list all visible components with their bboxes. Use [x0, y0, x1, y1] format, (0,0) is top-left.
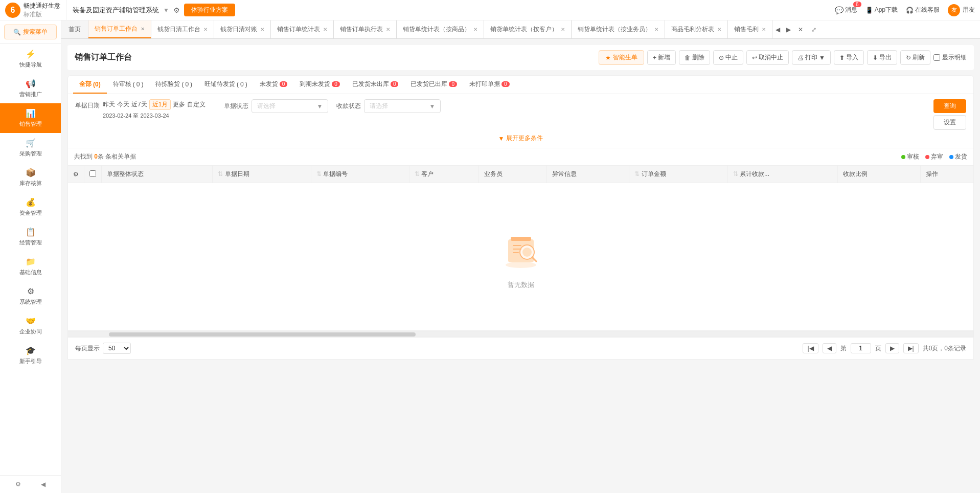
- filter-tab-pending-review[interactable]: 待审核(0): [107, 76, 150, 94]
- sidebar-item-newbie[interactable]: 🎓 新手引导: [0, 341, 61, 370]
- tab-goods-margin[interactable]: 商品毛利分析表 ✕: [665, 20, 728, 38]
- delete-button[interactable]: 🗑 删除: [679, 50, 710, 65]
- user-area[interactable]: 友 用友: [948, 4, 975, 16]
- sidebar-item-sales[interactable]: 📊 销售管理: [0, 103, 61, 133]
- tab-sales-workbench[interactable]: 销售订单工作台 ✕: [88, 20, 151, 38]
- col-checkbox[interactable]: [84, 166, 102, 183]
- tab-stats-product[interactable]: 销货单统计表（按商品） ✕: [397, 20, 484, 38]
- tab-sales-profit[interactable]: 销售毛利 ✕: [728, 20, 772, 38]
- filter-tab-pending-inspect[interactable]: 待拣验货(0): [149, 76, 198, 94]
- sidebar-search[interactable]: 🔍 搜索菜单: [0, 20, 61, 44]
- sidebar-item-inventory[interactable]: 📦 库存核算: [0, 163, 61, 192]
- stop-button[interactable]: ⊙ 中止: [713, 50, 743, 65]
- filter-tab-shipped-not-in[interactable]: 已发货未出库 0: [346, 76, 405, 94]
- import-button[interactable]: ⬆ 导入: [834, 50, 864, 65]
- settings-filter-button[interactable]: 设置: [933, 115, 966, 130]
- tab-close-icon[interactable]: ✕: [654, 27, 658, 32]
- date-opt-today[interactable]: 今天: [117, 100, 129, 109]
- sidebar-item-quicknav[interactable]: ⚡ 快捷导航: [0, 44, 61, 74]
- approve-action[interactable]: 审核: [901, 152, 919, 161]
- settings-bottom-icon[interactable]: ⚙: [15, 481, 21, 488]
- page-last-btn[interactable]: ▶|: [903, 343, 919, 353]
- tab-nav-next[interactable]: ▶: [783, 20, 794, 38]
- tab-close-icon[interactable]: ✕: [473, 27, 477, 32]
- page-next-btn[interactable]: ▶: [885, 343, 899, 353]
- tab-close-icon[interactable]: ✕: [141, 26, 145, 32]
- tab-stats-staff[interactable]: 销货单统计表（按业务员） ✕: [572, 20, 665, 38]
- show-detail-checkbox-label[interactable]: 显示明细: [933, 53, 967, 62]
- page-first-btn[interactable]: |◀: [803, 343, 818, 353]
- cancel-stop-button[interactable]: ↩ 取消中止: [746, 50, 789, 65]
- query-button[interactable]: 查询: [933, 99, 966, 113]
- date-opt-7days[interactable]: 近7天: [131, 100, 147, 109]
- col-amount[interactable]: ⇅ 订单金额: [629, 166, 727, 183]
- export-button[interactable]: ⬇ 导出: [867, 50, 897, 65]
- message-area[interactable]: 💬 6 消息: [835, 6, 857, 14]
- collapse-icon[interactable]: ◀: [41, 481, 45, 488]
- tab-close-icon[interactable]: ✕: [561, 27, 565, 32]
- col-settings[interactable]: ⚙: [68, 166, 84, 183]
- filter-tab-shipped-out[interactable]: 已发货已出库 0: [404, 76, 463, 94]
- sidebar-item-purchase[interactable]: 🛒 采购管理: [0, 133, 61, 163]
- reject-action[interactable]: 弃审: [925, 152, 943, 161]
- col-collected[interactable]: ⇅ 累计收款...: [727, 166, 838, 183]
- smart-generate-button[interactable]: ★ 智能生单: [599, 50, 644, 65]
- tab-sales-exec[interactable]: 销售订单执行表 ✕: [334, 20, 397, 38]
- date-opt-yesterday[interactable]: 昨天: [103, 100, 115, 109]
- sidebar-item-finance[interactable]: 💰 资金管理: [0, 192, 61, 222]
- print-button[interactable]: 🖨 打印 ▼: [792, 50, 831, 65]
- trial-button[interactable]: 体验行业方案: [184, 4, 235, 16]
- filter-tab-not-shipped[interactable]: 未发货 0: [254, 76, 294, 94]
- tab-close-icon[interactable]: ✕: [762, 27, 766, 32]
- payment-select[interactable]: 请选择 ▼: [364, 99, 441, 113]
- tab-cash-daily[interactable]: 钱货日清工作台 ✕: [151, 20, 214, 38]
- col-status[interactable]: 单据整体状态: [102, 166, 213, 183]
- refresh-button[interactable]: ↻ 刷新: [900, 50, 930, 65]
- add-button[interactable]: + 新增: [647, 50, 676, 65]
- tab-nav-prev[interactable]: ◀: [772, 20, 783, 38]
- search-menu-button[interactable]: 🔍 搜索菜单: [4, 25, 57, 39]
- show-detail-checkbox[interactable]: [933, 54, 940, 61]
- col-customer[interactable]: ⇅ 客户: [409, 166, 478, 183]
- filter-tab-not-printed[interactable]: 未打印单据 0: [463, 76, 516, 94]
- expand-filter[interactable]: ▼ 展开更多条件: [75, 134, 966, 143]
- gear-icon[interactable]: ⚙: [173, 6, 180, 14]
- col-date[interactable]: ⇅ 单据日期: [213, 166, 311, 183]
- date-opt-more[interactable]: 更多: [173, 100, 185, 109]
- sidebar-item-marketing[interactable]: 📢 营销推广: [0, 74, 61, 103]
- tab-close-icon[interactable]: ✕: [323, 27, 327, 32]
- tab-close-icon[interactable]: ✕: [386, 27, 390, 32]
- select-all-checkbox[interactable]: [89, 170, 96, 177]
- ship-action[interactable]: 发货: [949, 152, 967, 161]
- tab-maximize[interactable]: ⤢: [807, 20, 821, 38]
- app-download[interactable]: 📱 App下载: [865, 6, 898, 14]
- sidebar-item-basic[interactable]: 📁 基础信息: [0, 252, 61, 281]
- sidebar-item-enterprise[interactable]: 🤝 企业协同: [0, 311, 61, 341]
- sidebar-item-operations[interactable]: 📋 经营管理: [0, 222, 61, 252]
- page-size-select[interactable]: 10 20 50 100: [103, 343, 131, 354]
- online-service[interactable]: 🎧 在线客服: [906, 6, 940, 14]
- horizontal-scrollbar[interactable]: [67, 331, 974, 337]
- date-opt-1month[interactable]: 近1月: [149, 99, 171, 110]
- page-prev-btn[interactable]: ◀: [823, 343, 836, 353]
- tab-sales-stats[interactable]: 销售订单统计表 ✕: [271, 20, 334, 38]
- col-exception[interactable]: 异常信息: [547, 166, 629, 183]
- filter-tab-wangpu[interactable]: 旺铺待发货(0): [198, 76, 254, 94]
- status-select[interactable]: 请选择 ▼: [252, 99, 328, 113]
- tab-close-icon[interactable]: ✕: [717, 27, 721, 32]
- tab-home[interactable]: 首页: [61, 20, 88, 38]
- col-ratio[interactable]: 收款比例: [838, 166, 920, 183]
- filter-tab-all[interactable]: 全部 (0): [73, 76, 107, 94]
- col-number[interactable]: ⇅ 单据编号: [311, 166, 409, 183]
- col-staff[interactable]: 业务员: [479, 166, 547, 183]
- title-dropdown-icon[interactable]: ▼: [163, 7, 169, 14]
- page-number-input[interactable]: [851, 343, 871, 353]
- tab-close-all[interactable]: ✕: [794, 20, 807, 38]
- date-opt-custom[interactable]: 自定义: [187, 100, 206, 109]
- tab-close-icon[interactable]: ✕: [260, 27, 264, 32]
- filter-tab-overdue[interactable]: 到期未发货 0: [293, 76, 346, 94]
- tab-cash-reconcile[interactable]: 钱货日清对账 ✕: [214, 20, 271, 38]
- tab-stats-customer[interactable]: 销货单统计表（按客户） ✕: [484, 20, 572, 38]
- tab-close-icon[interactable]: ✕: [203, 27, 208, 32]
- sidebar-item-system[interactable]: ⚙ 系统管理: [0, 281, 61, 311]
